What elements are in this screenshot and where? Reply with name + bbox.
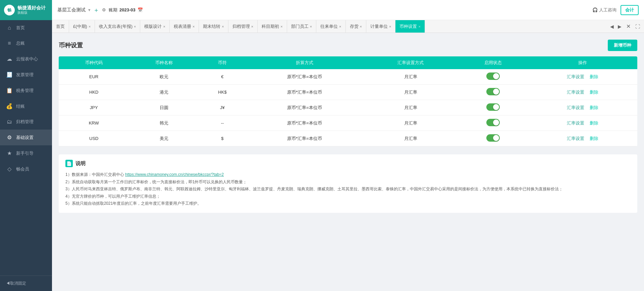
settlement-icon: 💰 — [6, 103, 13, 109]
sidebar-item-ledger[interactable]: ≡总账 — [0, 36, 52, 51]
tab-inventory[interactable]: 存货 × — [346, 20, 366, 33]
cell-symbol: € — [199, 69, 246, 85]
sidebar-label-settlement: 结账 — [16, 103, 25, 109]
account-button[interactable]: 会计 — [621, 5, 639, 15]
col-header-6: 操作 — [528, 56, 637, 69]
sidebar-item-guide[interactable]: ★新手引导 — [0, 145, 52, 161]
col-header-4: 汇率设置方式 — [364, 56, 458, 69]
expand-icon[interactable]: ⛶ — [634, 23, 641, 30]
tabbar: 首页£(中期) ×收入支出表(年报) ×模版设计 ×税表清册 ×期末结转 ×归档… — [52, 20, 644, 33]
tab-close-template[interactable]: × — [163, 25, 165, 29]
cell-method: 原币*汇率=本位币 — [246, 100, 364, 115]
tab-close-filing[interactable]: × — [251, 25, 253, 29]
sidebar-label-home: 首页 — [16, 25, 25, 31]
tab-template[interactable]: 模版设计 × — [140, 20, 169, 33]
sidebar-item-invoice[interactable]: 🧾发票管理 — [0, 67, 52, 83]
new-currency-button[interactable]: 新增币种 — [608, 40, 637, 51]
rate-setting-link[interactable]: 汇率设置 — [567, 89, 584, 95]
delete-link[interactable]: 删除 — [590, 136, 598, 142]
tab-label-dept: 部门员工 — [291, 23, 309, 30]
cell-symbol: HK$ — [199, 85, 246, 100]
cell-method: 原币*汇率=本位币 — [246, 131, 364, 146]
archive-icon: 🗂 — [6, 119, 13, 125]
enabled-toggle[interactable] — [486, 72, 500, 80]
notes-link[interactable]: https://www.chinamoney.com.cn/chinese/bk… — [125, 172, 224, 177]
tab-dept[interactable]: 部门员工 × — [287, 20, 316, 33]
sidebar-item-settlement[interactable]: 💰结账 — [0, 98, 52, 114]
tab-partners[interactable]: 往来单位 × — [316, 20, 345, 33]
tab-label-tax: 税表清册 — [174, 23, 191, 30]
cell-name: 港元 — [129, 85, 200, 100]
company-dropdown-icon[interactable]: ▾ — [88, 7, 91, 12]
delete-link[interactable]: 删除 — [590, 74, 598, 80]
col-header-1: 币种名称 — [129, 56, 200, 69]
headset-icon: 🎧 — [592, 7, 598, 12]
sidebar-item-reports[interactable]: ☁云报表中心 — [0, 51, 52, 67]
settings-icon[interactable]: ⚙ — [102, 7, 106, 12]
cell-name: 欧元 — [129, 69, 200, 85]
rate-setting-link[interactable]: 汇率设置 — [567, 136, 584, 142]
tab-next-icon[interactable]: ▶ — [616, 23, 623, 30]
sidebar-item-archive[interactable]: 🗂归档管理 — [0, 114, 52, 130]
col-header-2: 币符 — [199, 56, 246, 69]
tab-prev-icon[interactable]: ◀ — [609, 23, 615, 30]
tab-unit[interactable]: 计量单位 × — [366, 20, 395, 33]
cell-code: EUR — [59, 69, 129, 85]
cell-method: 原币*汇率=本位币 — [246, 115, 364, 131]
tab-close-inventory[interactable]: × — [360, 25, 362, 29]
enabled-toggle[interactable] — [486, 134, 500, 142]
add-company-icon[interactable]: ＋ — [93, 6, 99, 14]
cell-symbol: $ — [199, 131, 246, 146]
tab-close-tax[interactable]: × — [193, 25, 195, 29]
enabled-toggle[interactable] — [486, 119, 500, 126]
table-row: USD美元$原币*汇率=本位币月汇率 汇率设置 删除 — [59, 131, 637, 146]
delete-link[interactable]: 删除 — [590, 89, 598, 95]
cell-rate-type: 月汇率 — [364, 100, 458, 115]
rate-setting-link[interactable]: 汇率设置 — [567, 74, 584, 80]
sidebar-label-archive: 归档管理 — [16, 119, 34, 125]
sidebar: 畅 畅捷通好会计 旗舰版 ⌂首页≡总账☁云报表中心🧾发票管理📋税务管理💰结账🗂归… — [0, 0, 52, 291]
tab-close-subjects[interactable]: × — [280, 25, 282, 29]
currency-table-wrap: 币种代码币种名称币符折算方式汇率设置方式启用状态操作 EUR欧元€原币*汇率=本… — [59, 56, 637, 146]
enabled-toggle[interactable] — [486, 103, 500, 111]
tab-close-unit[interactable]: × — [389, 25, 391, 29]
tab-income[interactable]: 收入支出表(年报) × — [95, 20, 140, 33]
tab-close-partners[interactable]: × — [339, 25, 341, 29]
calendar-icon[interactable]: 📅 — [138, 7, 143, 12]
tab-home[interactable]: 首页 — [52, 20, 69, 33]
tab-filing[interactable]: 归档管理 × — [228, 20, 258, 33]
tab-period-end[interactable]: 期末结转 × — [199, 20, 228, 33]
tab-close-period-end[interactable]: × — [222, 25, 224, 29]
sidebar-label-invoice: 发票管理 — [16, 72, 34, 78]
rate-setting-link[interactable]: 汇率设置 — [567, 120, 584, 126]
tab-close-currency[interactable]: × — [418, 25, 420, 29]
sidebar-item-settings[interactable]: ⚙基础设置 — [0, 130, 52, 145]
notes-section: 📄 说明 1）数据来源：中国外汇交易中心 https://www.chinamo… — [59, 154, 637, 213]
tab-balance[interactable]: £(中期) × — [69, 20, 95, 33]
note-item: 4）无官方牌价的币种，可以用户手工维护汇率信息； — [65, 193, 631, 200]
tab-label-income: 收入支出表(年报) — [99, 23, 132, 30]
close-all-tabs-icon[interactable]: ✕ — [624, 22, 633, 30]
sidebar-nav: ⌂首页≡总账☁云报表中心🧾发票管理📋税务管理💰结账🗂归档管理⚙基础设置★新手引导… — [0, 20, 52, 276]
sidebar-item-member[interactable]: ◇畅会员 — [0, 161, 52, 177]
cell-code: KRW — [59, 115, 129, 131]
tab-subjects[interactable]: 科目期初 × — [258, 20, 287, 33]
table-body: EUR欧元€原币*汇率=本位币月汇率 汇率设置 删除 HKD港元HK$原币*汇率… — [59, 69, 637, 146]
tab-currency[interactable]: 币种设置 × — [395, 20, 425, 33]
delete-link[interactable]: 删除 — [590, 120, 598, 126]
enabled-toggle[interactable] — [486, 88, 500, 95]
tab-label-unit: 计量单位 — [370, 23, 388, 30]
rate-setting-link[interactable]: 汇率设置 — [567, 105, 584, 111]
tab-label-partners: 往来单位 — [320, 23, 338, 30]
note-item: 2）系统自动获取每月第一个工作日的汇率标价，统一为直接标价法，即1外币可以兑换的… — [65, 179, 631, 186]
tab-close-income[interactable]: × — [134, 25, 136, 29]
delete-link[interactable]: 删除 — [590, 105, 598, 111]
support-button[interactable]: 🎧 人工咨询 — [592, 7, 616, 13]
sidebar-item-home[interactable]: ⌂首页 — [0, 20, 52, 36]
tab-close-dept[interactable]: × — [310, 25, 312, 29]
sidebar-label-ledger: 总账 — [16, 40, 25, 46]
sidebar-item-tax[interactable]: 📋税务管理 — [0, 83, 52, 98]
tab-close-balance[interactable]: × — [89, 25, 91, 29]
tab-tax[interactable]: 税表清册 × — [170, 20, 199, 33]
sidebar-footer[interactable]: ◀取消固定 — [0, 276, 52, 291]
